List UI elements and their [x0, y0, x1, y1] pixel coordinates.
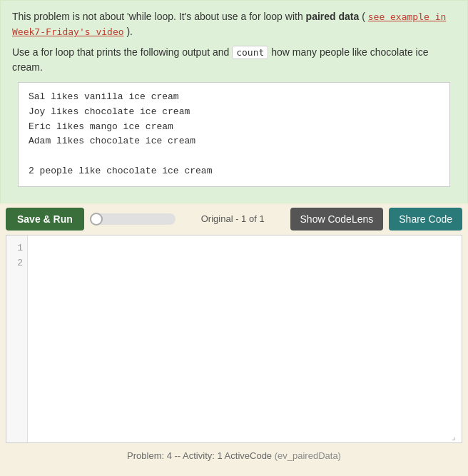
problem-description: This problem is not about 'while loop. I… — [0, 0, 468, 203]
description-text1: This problem is not about 'while loop. I… — [12, 11, 306, 22]
output-line-1: Sal likes vanilla ice cream — [29, 90, 439, 105]
version-label: Original - 1 of 1 — [181, 213, 285, 224]
code-editor: 1 2 ⌟ — [6, 235, 462, 443]
line-number-2: 2 — [11, 256, 23, 271]
description-line1: This problem is not about 'while loop. I… — [12, 9, 456, 39]
instruction-text1: Use a for loop that prints the following… — [12, 46, 232, 58]
code-textarea[interactable] — [28, 236, 462, 442]
show-codelens-button[interactable]: Show CodeLens — [290, 208, 384, 231]
footer: Problem: 4 -- Activity: 1 ActiveCode (ev… — [0, 443, 468, 468]
share-code-button[interactable]: Share Code — [389, 208, 462, 231]
slider-container — [90, 213, 176, 225]
line-numbers: 1 2 — [6, 236, 28, 442]
description-text3: ). — [124, 26, 133, 37]
output-line-3: Eric likes mango ice cream — [29, 120, 439, 135]
page-wrapper: This problem is not about 'while loop. I… — [0, 0, 468, 468]
toolbar: Save & Run Original - 1 of 1 Show CodeLe… — [0, 203, 468, 235]
footer-code: (ev_pairedData) — [275, 450, 341, 461]
version-slider[interactable] — [90, 213, 176, 225]
description-line2: Use a for loop that prints the following… — [12, 45, 456, 75]
output-line-4: Adam likes chocolate ice cream — [29, 134, 439, 149]
output-box: Sal likes vanilla ice cream Joy likes ch… — [18, 82, 450, 187]
footer-text: Problem: 4 -- Activity: 1 ActiveCode — [127, 450, 272, 461]
output-line-5: 2 people like chocolate ice cream — [29, 164, 439, 179]
save-run-button[interactable]: Save & Run — [6, 208, 84, 231]
description-text2: ( — [359, 11, 367, 22]
line-number-1: 1 — [11, 241, 23, 256]
resize-handle[interactable]: ⌟ — [452, 432, 460, 441]
count-code: count — [232, 46, 268, 59]
output-line-2: Joy likes chocolate ice cream — [29, 105, 439, 120]
paired-data-bold: paired data — [306, 11, 360, 22]
